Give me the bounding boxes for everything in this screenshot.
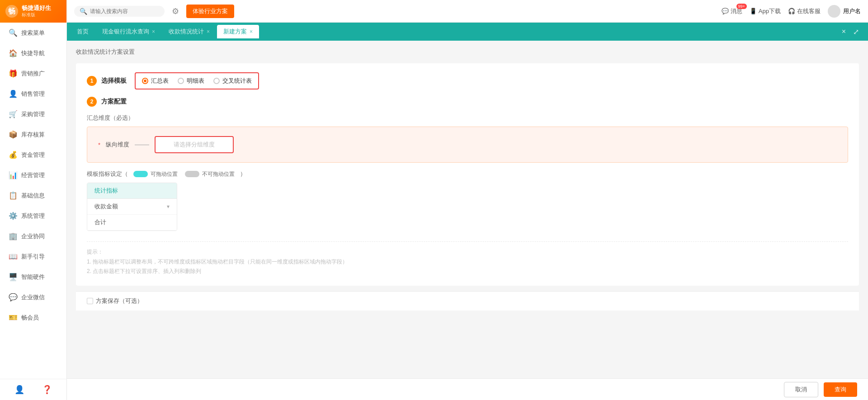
sidebar-item-label: 搜索菜单: [21, 29, 45, 37]
close-tab-icon[interactable]: ×: [840, 27, 848, 37]
tab-new-plan-close[interactable]: ×: [250, 28, 253, 35]
app-download-label: App下载: [759, 7, 781, 15]
sidebar-item-label: 系统管理: [21, 212, 45, 220]
sidebar-item-label: 基础信息: [21, 192, 45, 200]
radio-detail-circle: [178, 78, 184, 84]
sidebar-footer: 👤 ❓: [0, 379, 66, 400]
tab-home-label: 首页: [77, 28, 89, 36]
step2-header: 2 方案配置: [87, 97, 848, 107]
dimension-area: * 纵向维度 —— 请选择分组维度: [87, 127, 848, 163]
metric-header: 模板指标设定（ 可拖动位置 不可拖动位置: [87, 170, 848, 178]
radio-cross[interactable]: 交叉统计表: [213, 77, 252, 85]
settings-card: 1 选择模板 汇总表 明细表 交叉统计表: [76, 63, 859, 286]
sidebar-footer-avatar1[interactable]: 👤: [14, 385, 24, 395]
message-badge: 99+: [736, 4, 747, 9]
radio-summary[interactable]: 汇总表: [142, 77, 169, 85]
content-area: 收款情况统计方案设置 1 选择模板 汇总表 明细表: [67, 41, 868, 378]
sidebar-item-hardware[interactable]: 🖥️ 智能硬件: [0, 267, 66, 287]
book-icon: 📖: [9, 252, 18, 261]
radio-detail[interactable]: 明细表: [178, 77, 204, 85]
sidebar-item-label: 畅会员: [21, 314, 39, 322]
tab-bank-flow[interactable]: 现金银行流水查询 ×: [96, 25, 161, 38]
chat-icon: 💬: [9, 293, 18, 301]
mobile-icon: 📱: [750, 8, 757, 14]
avatar: [828, 5, 840, 18]
cancel-button[interactable]: 取消: [784, 382, 818, 397]
radio-cross-label: 交叉统计表: [222, 77, 252, 85]
bottom-bar: 取消 查询: [67, 378, 868, 400]
tab-receipt-stat-close[interactable]: ×: [207, 28, 210, 35]
sidebar-item-newbie[interactable]: 📖 新手引导: [0, 246, 66, 267]
metric-row-label-0: 收款金额: [94, 202, 118, 211]
tab-bank-flow-close[interactable]: ×: [152, 28, 155, 35]
app-download-btn[interactable]: 📱 App下载: [750, 7, 781, 15]
step1-header: 1 选择模板 汇总表 明细表 交叉统计表: [87, 72, 848, 89]
tab-new-plan[interactable]: 新建方案 ×: [217, 25, 259, 38]
sidebar-item-system[interactable]: ⚙️ 系统管理: [0, 206, 66, 226]
save-checkbox-label[interactable]: 方案保存（可选）: [87, 297, 848, 305]
sidebar-item-marketing[interactable]: 🎁 营销推广: [0, 63, 66, 84]
settings-icon[interactable]: ⚙: [172, 6, 179, 16]
sidebar-item-label: 新手引导: [21, 253, 45, 261]
dimension-section-label: 汇总维度（必选）: [87, 114, 848, 122]
help-icon: ❓: [42, 385, 52, 395]
sidebar-item-label: 快捷导航: [21, 49, 45, 57]
sidebar-nav: 🔍 搜索菜单 🏠 快捷导航 🎁 营销推广 👤 销售管理 🛒 采购管理 📦 库存核…: [0, 23, 66, 379]
metric-legend: 可拖动位置 不可拖动位置: [133, 170, 235, 178]
tips-item-0: 1. 拖动标题栏可以调整布局，不可跨维度或指标区域拖动栏目字段（只能在同一维度或…: [87, 257, 848, 267]
template-radio-group: 汇总表 明细表 交叉统计表: [135, 72, 259, 89]
tab-receipt-stat-label: 收款情况统计: [169, 28, 204, 36]
breadcrumb: 收款情况统计方案设置: [76, 48, 859, 56]
sidebar-item-inventory[interactable]: 📦 库存核算: [0, 124, 66, 145]
money-icon: 💰: [9, 151, 18, 159]
sidebar-item-wechat[interactable]: 💬 企业微信: [0, 287, 66, 307]
sidebar-item-quick-nav[interactable]: 🏠 快捷导航: [0, 43, 66, 63]
online-service-btn[interactable]: 🎧 在线客服: [788, 7, 821, 15]
vertical-dim-label: 纵向维度: [106, 141, 129, 149]
tab-home[interactable]: 首页: [71, 25, 95, 38]
tabs-bar: 首页 现金银行流水查询 × 收款情况统计 × 新建方案 × × ⤢: [67, 23, 868, 41]
chart-icon: 📊: [9, 171, 18, 179]
dimension-select[interactable]: 请选择分组维度: [155, 136, 234, 153]
sidebar-item-purchase[interactable]: 🛒 采购管理: [0, 104, 66, 124]
sidebar-item-operation[interactable]: 📊 经营管理: [0, 165, 66, 185]
sidebar-item-search[interactable]: 🔍 搜索菜单: [0, 23, 66, 43]
tips-section: 提示： 1. 拖动标题栏可以调整布局，不可跨维度或指标区域拖动栏目字段（只能在同…: [87, 241, 848, 277]
sidebar-footer-avatar2[interactable]: ❓: [42, 385, 52, 395]
sidebar-item-sales[interactable]: 👤 销售管理: [0, 84, 66, 104]
sidebar-item-label: 企业微信: [21, 293, 45, 301]
message-btn[interactable]: 💬 消息 99+: [722, 7, 742, 15]
expand-tab-icon[interactable]: ⤢: [851, 27, 861, 37]
sidebar-item-label: 智能硬件: [21, 273, 45, 281]
tips-title: 提示：: [87, 247, 848, 257]
sidebar-item-corp[interactable]: 🏢 企业协同: [0, 226, 66, 246]
service-icon: 🎧: [788, 8, 795, 14]
metric-table-row-0[interactable]: 收款金额 ▾: [87, 199, 177, 215]
chevron-down-icon: ▾: [167, 203, 170, 210]
sidebar-item-finance[interactable]: 💰 资金管理: [0, 145, 66, 165]
logo-sub: 标准版: [22, 12, 51, 18]
save-checkbox[interactable]: [87, 298, 93, 304]
logo-title: 畅捷通好生: [22, 5, 51, 12]
query-button[interactable]: 查询: [824, 382, 857, 397]
radio-summary-label: 汇总表: [151, 77, 169, 85]
header: 🔍 ⚙ 体验行业方案 💬 消息 99+ 📱 App下载 🎧 在线客服 用户名: [67, 0, 868, 23]
industry-btn[interactable]: 体验行业方案: [186, 5, 234, 18]
sidebar-item-label: 资金管理: [21, 151, 45, 159]
tab-receipt-stat[interactable]: 收款情况统计 ×: [162, 25, 216, 38]
metric-row-label-1: 合计: [94, 218, 106, 226]
metric-setting-suffix: ）: [240, 170, 246, 178]
step2-title: 方案配置: [101, 98, 127, 106]
sidebar-item-basic[interactable]: 📋 基础信息: [0, 185, 66, 206]
search-bar: 🔍: [74, 6, 165, 17]
sidebar-item-label: 营销推广: [21, 70, 45, 78]
search-input[interactable]: [90, 8, 158, 14]
sidebar-item-label: 经营管理: [21, 171, 45, 179]
sidebar-item-member[interactable]: 🎫 畅会员: [0, 307, 66, 328]
metric-section: 模板指标设定（ 可拖动位置 不可拖动位置: [87, 170, 848, 232]
metric-table-header-label: 统计指标: [94, 187, 118, 195]
sidebar-item-label: 销售管理: [21, 90, 45, 98]
tabs-actions: × ⤢: [840, 27, 864, 37]
search-icon: 🔍: [9, 28, 18, 37]
user-menu[interactable]: 用户名: [828, 5, 861, 18]
